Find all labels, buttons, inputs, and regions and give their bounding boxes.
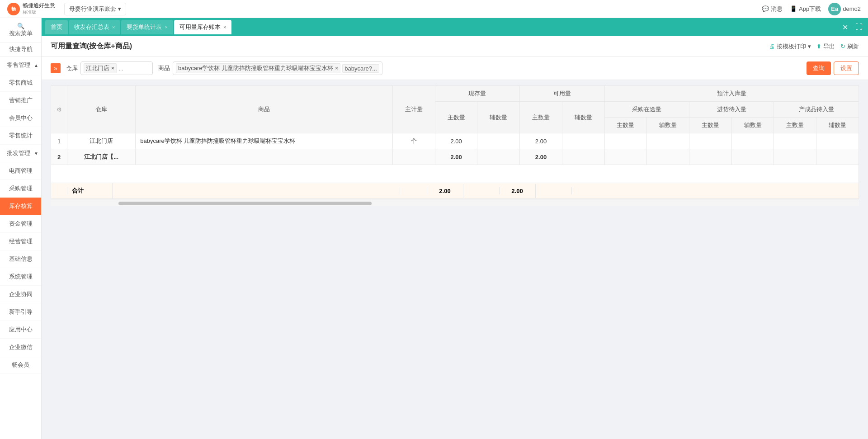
row-product: babycare学饮杯 儿童防摔防撞吸管杯重力球吸嘴杯宝宝水杯	[136, 133, 393, 149]
sidebar-item-inventory[interactable]: 库存核算	[0, 198, 41, 215]
tab-close-icon[interactable]: ×	[112, 24, 115, 30]
chevron-icon: ▲	[34, 63, 38, 68]
th-avail-aux: 辅数量	[562, 102, 604, 133]
sidebar-item-chang-member[interactable]: 畅会员	[0, 356, 41, 374]
app-download-btn[interactable]: 📱 App下载	[790, 5, 821, 13]
row-stock-main: 2.00	[435, 133, 477, 149]
tab-close-icon[interactable]: ×	[165, 24, 167, 30]
footer-stock-aux	[463, 187, 500, 194]
top-bar-left: 畅 畅捷通好生意 标准版 母婴行业演示账套 ▾	[7, 2, 126, 16]
tab-bar: 首页 收发存汇总表 × 要货单统计表 × 可用量库存账本 × ✕ ⛶	[42, 18, 868, 36]
refresh-btn[interactable]: ↻ 刷新	[840, 42, 859, 51]
export-btn[interactable]: ⬆ 导出	[816, 42, 835, 51]
product-input[interactable]: babycare学饮杯 儿童防摔防撞吸管杯重力球吸嘴杯宝宝水杯 × babyca…	[173, 61, 382, 75]
data-table: ⚙ 仓库 商品 主计量 现存量 可用量 预计入库量 主数量 辅数量 主数量 辅数…	[51, 85, 859, 183]
filter-expand-btn[interactable]: »	[51, 63, 61, 73]
sidebar-item-enterprise-wechat[interactable]: 企业微信	[0, 339, 41, 356]
sidebar-item-system[interactable]: 系统管理	[0, 268, 41, 286]
sidebar-item-purchase[interactable]: 采购管理	[0, 180, 41, 198]
footer-product-cell	[113, 187, 400, 194]
settings-icon[interactable]: ⚙	[57, 106, 62, 113]
scrollbar-thumb[interactable]	[118, 202, 372, 205]
content-area: 首页 收发存汇总表 × 要货单统计表 × 可用量库存账本 × ✕ ⛶ 可用量查询…	[42, 18, 868, 439]
sidebar-quick-nav[interactable]: 快捷导航	[0, 42, 41, 57]
th-stock-main: 主数量	[435, 102, 477, 133]
search-icon: 🔍	[17, 23, 24, 29]
logo-text: 畅捷通好生意 标准版	[23, 2, 55, 16]
chevron-down-icon: ▾	[118, 5, 121, 12]
footer-label: 合计	[67, 183, 113, 198]
chevron-icon: ▼	[34, 151, 38, 156]
sidebar-item-app-center[interactable]: 应用中心	[0, 321, 41, 339]
download-icon: 📱	[790, 5, 797, 12]
product-tag-1: babycare学饮杯 儿童防摔防撞吸管杯重力球吸嘴杯宝宝水杯 ×	[176, 63, 340, 73]
horizontal-scrollbar[interactable]	[51, 199, 859, 206]
tab-close-all-icon[interactable]: ✕	[840, 21, 850, 33]
industry-selector[interactable]: 母婴行业演示账套 ▾	[64, 3, 126, 15]
tab-close-icon[interactable]: ×	[223, 24, 226, 30]
refresh-icon: ↻	[840, 43, 845, 50]
tab-fullscreen-icon[interactable]: ⛶	[854, 21, 864, 33]
logo-icon: 畅	[7, 3, 20, 15]
group-avail-aux	[562, 149, 604, 165]
sidebar-item-retail-mall[interactable]: 零售商城	[0, 74, 41, 92]
settings-button[interactable]: 设置	[834, 61, 859, 75]
th-warehouse: 仓库	[67, 86, 136, 133]
footer-avail-aux	[536, 187, 572, 194]
sidebar-item-marketing[interactable]: 营销推广	[0, 92, 41, 109]
sidebar-item-guide[interactable]: 新手引导	[0, 303, 41, 321]
sidebar-item-basics[interactable]: 基础信息	[0, 250, 41, 268]
tab-home[interactable]: 首页	[45, 20, 68, 34]
row-pur-pending-main	[689, 133, 732, 149]
row-prod-pending-aux	[816, 133, 859, 149]
chevron-down-icon: ▾	[808, 43, 811, 50]
avatar: Ea	[828, 3, 841, 15]
th-prod-pending-main: 主数量	[774, 118, 816, 133]
row-pur-pending-aux	[731, 133, 774, 149]
sidebar-item-enterprise-collab[interactable]: 企业协同	[0, 286, 41, 303]
user-menu[interactable]: Ea demo2	[828, 3, 861, 15]
footer-settings-cell	[51, 187, 67, 194]
footer-unit-cell	[400, 187, 427, 194]
th-product: 商品	[136, 86, 393, 133]
row-pur-transit-aux	[647, 133, 689, 149]
th-pur-pending: 进货待入量	[689, 102, 774, 118]
sidebar-item-retail-mgmt[interactable]: 零售管理 ▲	[0, 57, 41, 74]
message-btn[interactable]: 💬 消息	[762, 5, 783, 13]
th-pur-transit: 采购在途量	[604, 102, 689, 118]
product-tag-2: babycare?...	[342, 64, 379, 73]
print-icon: 🖨	[769, 43, 775, 50]
warehouse-tag: 江北门店 ×	[84, 63, 117, 73]
group-stock-main: 2.00	[435, 149, 477, 165]
th-pur-pending-aux: 辅数量	[731, 118, 774, 133]
tab-available-inventory[interactable]: 可用量库存账本 ×	[174, 20, 231, 34]
warehouse-input[interactable]: 江北门店 × ...	[80, 61, 153, 75]
tab-receipts-summary[interactable]: 收发存汇总表 ×	[69, 20, 120, 34]
th-prod-pending-aux: 辅数量	[816, 118, 859, 133]
print-btn[interactable]: 🖨 按模板打印 ▾	[769, 42, 811, 51]
footer-stock-main: 2.00	[427, 184, 463, 198]
sidebar-item-retail-stats[interactable]: 零售统计	[0, 127, 41, 145]
sidebar-item-member[interactable]: 会员中心	[0, 109, 41, 127]
sidebar-item-finance[interactable]: 资金管理	[0, 215, 41, 233]
sidebar-search[interactable]: 🔍 搜索菜单	[0, 18, 41, 42]
row-prod-pending-main	[774, 133, 816, 149]
top-bar-right: 💬 消息 📱 App下载 Ea demo2	[762, 3, 861, 15]
page-header-actions: 🖨 按模板打印 ▾ ⬆ 导出 ↻ 刷新	[769, 42, 859, 56]
tab-order-stats[interactable]: 要货单统计表 ×	[121, 20, 173, 34]
filter-bar: » 仓库 江北门店 × ... 商品 babycare学饮杯 儿童防摔防撞吸管杯…	[42, 57, 868, 80]
query-button[interactable]: 查询	[807, 61, 831, 75]
sidebar-item-ecommerce[interactable]: 电商管理	[0, 162, 41, 180]
th-settings[interactable]: ⚙	[51, 86, 67, 133]
th-pur-transit-main: 主数量	[604, 118, 647, 133]
warehouse-more-icon[interactable]: ...	[118, 65, 123, 72]
table-footer: 合计 2.00 2.00	[51, 183, 859, 199]
sidebar-item-operations[interactable]: 经营管理	[0, 233, 41, 250]
group-prod-pending-main	[774, 149, 816, 165]
th-main-unit: 主计量	[393, 86, 435, 133]
group-index: 2	[51, 149, 67, 165]
sidebar-item-wholesale[interactable]: 批发管理 ▼	[0, 145, 41, 162]
th-stock-aux: 辅数量	[477, 102, 520, 133]
table-container[interactable]: ⚙ 仓库 商品 主计量 现存量 可用量 预计入库量 主数量 辅数量 主数量 辅数…	[42, 80, 868, 439]
group-pur-pending-aux	[731, 149, 774, 165]
